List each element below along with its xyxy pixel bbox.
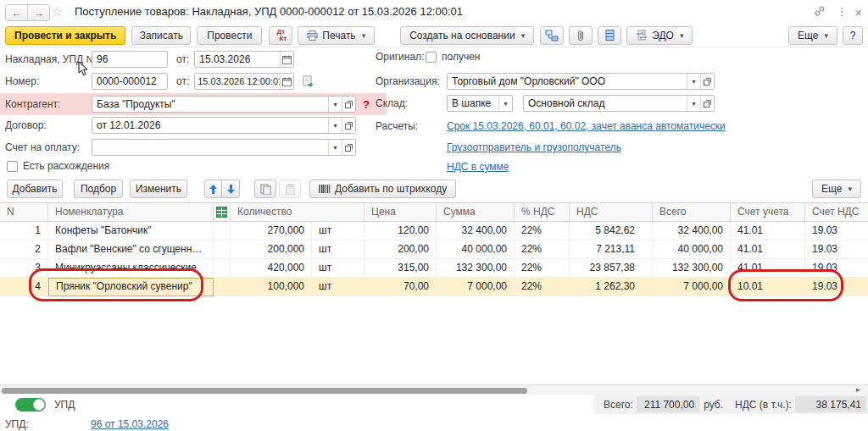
paste-rows-button[interactable] [279, 180, 301, 198]
document-number-label: Номер: [5, 75, 92, 87]
warehouse-input[interactable]: Основной склад ▾ [523, 95, 715, 112]
totals-value: 211 700,00 [637, 396, 699, 412]
chevron-down-icon[interactable]: ▾ [328, 140, 342, 155]
open-icon[interactable] [342, 97, 355, 112]
move-up-button[interactable] [204, 180, 222, 198]
upd-toggle-label: УПД [54, 399, 75, 411]
upd-document-link[interactable]: 96 от 15.03.2026 [91, 418, 169, 430]
more-button[interactable]: Еще [788, 26, 837, 45]
payment-invoice-input[interactable]: ▾ [92, 139, 356, 156]
forward-icon[interactable]: → [27, 5, 49, 20]
add-row-button[interactable]: Добавить [7, 180, 63, 198]
warehouse-mode-select[interactable]: В шапке ▾ [447, 95, 513, 112]
counterparty-help-icon[interactable]: ? [363, 98, 370, 111]
register-stack-icon [605, 30, 615, 41]
chevron-down-icon[interactable]: ▾ [687, 96, 700, 111]
counterparty-input[interactable]: База "Продукты" ▾ [92, 96, 356, 113]
document-number-input[interactable]: 0000-000012 [92, 73, 168, 90]
payment-invoice-label: Счет на оплату: [5, 141, 92, 153]
chevron-down-icon[interactable]: ▾ [498, 96, 512, 111]
totals-vat-label: НДС (в т.ч.): [735, 399, 792, 411]
table-row[interactable]: 1 Конфеты "Батончик" 270,000 шт 120,00 3… [0, 222, 868, 240]
create-based-on-button[interactable]: Создать на основании [400, 26, 534, 45]
col-header-vat-account: Счет НДС [805, 203, 868, 222]
back-icon[interactable]: ← [6, 5, 27, 20]
col-header-quantity: Количество [231, 203, 364, 222]
table-row-selected[interactable]: 4 Пряник "Орловский сувенир" 100,000 шт … [0, 278, 868, 296]
contract-input[interactable]: от 12.01.2026 ▾ [92, 117, 356, 134]
upd-label: УПД: [5, 418, 29, 430]
col-header-vat: НДС [570, 203, 653, 222]
warehouse-label: Склад: [376, 97, 447, 109]
discrepancies-checkbox[interactable] [7, 161, 18, 172]
related-documents-button[interactable] [540, 26, 564, 45]
open-icon[interactable] [700, 96, 714, 111]
scrollbar-right-arrow-icon[interactable]: ▸ [856, 385, 860, 394]
save-button[interactable]: Записать [131, 26, 191, 45]
invoice-number-row: Накладная, УПД №: 96 от: 15.03.2026 [5, 51, 294, 68]
settlements-link[interactable]: Срок 15.03.2026, 60.01, 60.02, зачет ава… [447, 120, 726, 132]
chevron-down-icon[interactable]: ▾ [328, 118, 342, 133]
calendar-icon[interactable] [280, 52, 293, 67]
discrepancies-row: Есть расхождения [7, 160, 109, 172]
chevron-down-icon[interactable]: ▾ [687, 74, 700, 89]
scrollbar-thumb[interactable] [2, 388, 527, 394]
contract-row: Договор: от 12.01.2026 ▾ [5, 117, 356, 134]
help-button[interactable]: ? [843, 26, 863, 45]
totals-currency: руб. [704, 399, 723, 411]
original-checkbox[interactable] [426, 52, 437, 63]
col-header-n: N [0, 203, 48, 222]
chevron-down-icon[interactable]: ▾ [328, 97, 342, 112]
post-and-close-button[interactable]: Провести и закрыть [5, 26, 125, 45]
print-button[interactable]: Печать [298, 26, 375, 45]
printer-icon [307, 30, 318, 41]
barcode-icon [319, 184, 331, 194]
add-by-barcode-button[interactable]: Добавить по штрихкоду [309, 180, 456, 198]
open-icon[interactable] [342, 140, 355, 155]
post-button[interactable]: Провести [197, 26, 262, 45]
document-date-input[interactable]: 15.03.2026 12:00:01 [194, 73, 294, 90]
col-header-total: Всего [653, 203, 731, 222]
active-cell-editor[interactable]: Пряник "Орловский сувенир" [48, 278, 214, 296]
col-header-sum: Сумма [437, 203, 515, 222]
original-row: Оригинал: получен [376, 51, 480, 63]
favorite-star-icon[interactable]: ☆ [51, 3, 63, 19]
calendar-icon[interactable] [280, 74, 293, 89]
get-link-icon[interactable] [814, 5, 827, 17]
totals-bar: Всего: 211 700,00 руб. НДС (в т.ч.): 38 … [593, 395, 868, 414]
organization-input[interactable]: Торговый дом "Орловский" ООО ▾ [447, 73, 715, 90]
copy-rows-button[interactable] [254, 180, 276, 198]
table-toolbar: Добавить Подбор Изменить Добавить по штр… [0, 176, 868, 202]
registers-button[interactable] [598, 26, 621, 45]
window-menu-icon[interactable]: ⋮ [835, 5, 849, 18]
table-row[interactable]: 3 Миникруассаны классические 420,000 шт … [0, 259, 868, 278]
paste-icon [285, 184, 296, 195]
invoice-date-input[interactable]: 15.03.2026 [194, 51, 294, 68]
col-header-account: Счет учета [731, 203, 805, 222]
open-icon[interactable] [700, 74, 714, 89]
set-date-icon[interactable] [303, 75, 315, 88]
attachments-button[interactable] [569, 26, 593, 45]
invoice-number-input[interactable]: 96 [92, 51, 168, 68]
upd-toggle[interactable] [15, 398, 46, 412]
page-title: Поступление товаров: Накладная, УПД 0000… [75, 5, 463, 18]
close-icon[interactable]: × [852, 5, 865, 19]
counterparty-row: Контрагент: База "Продукты" ▾ ? [0, 93, 387, 115]
pick-button[interactable]: Подбор [74, 180, 123, 198]
table-row[interactable]: 2 Вафли "Венские" со сгущенн… 200,000 шт… [0, 240, 868, 259]
warehouse-row: Склад: В шапке ▾ Основной склад ▾ [376, 95, 715, 112]
title-bar: ← → ☆ Поступление товаров: Накладная, УП… [0, 0, 868, 25]
edit-button[interactable]: Изменить [130, 180, 187, 198]
document-structure-icon [545, 30, 559, 41]
consignor-link[interactable]: Грузоотправитель и грузополучатель [447, 141, 621, 153]
open-icon[interactable] [342, 118, 355, 133]
toggle-knob [33, 399, 45, 411]
totals-vat-value: 38 175,41 [795, 396, 866, 412]
items-table: N Номенклатура Количество Цена Сумма % Н… [0, 202, 868, 296]
vat-in-sum-link[interactable]: НДС в сумме [447, 161, 509, 173]
edo-button[interactable]: ЭДО [626, 26, 693, 45]
nomenclature-table-icon [216, 207, 227, 218]
dtkt-postings-button[interactable]: ДтКт [269, 26, 292, 45]
table-more-button[interactable]: Еще [812, 180, 861, 198]
move-down-button[interactable] [222, 180, 240, 198]
